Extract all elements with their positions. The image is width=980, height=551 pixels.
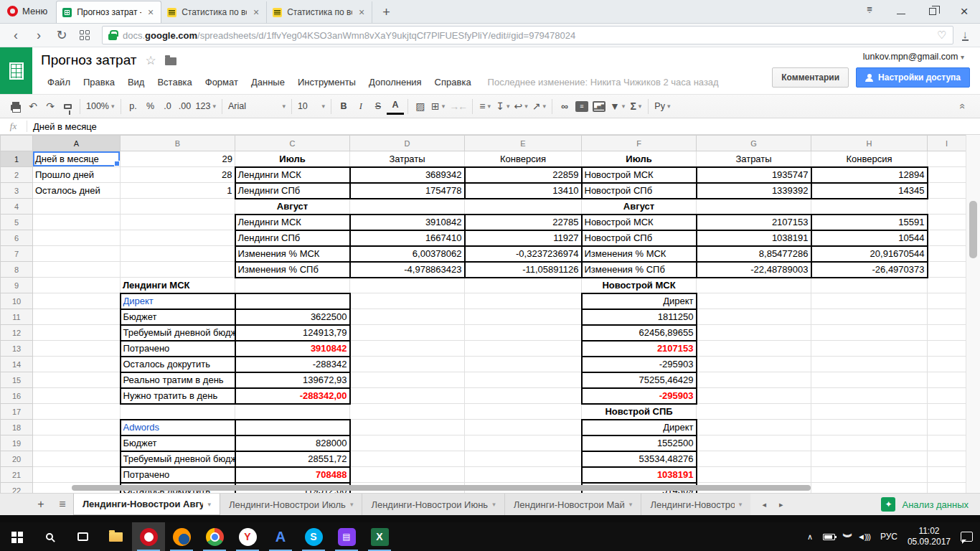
cell-C17[interactable] bbox=[235, 404, 350, 420]
cell-G5[interactable]: 2107153 bbox=[697, 215, 811, 230]
speed-dial-button[interactable] bbox=[75, 26, 95, 44]
cell-B20[interactable]: Требуемый дневной бюдж bbox=[121, 451, 235, 467]
cell-G19[interactable] bbox=[697, 435, 811, 451]
cell-H9[interactable] bbox=[811, 278, 928, 293]
cell-C1[interactable]: Июль bbox=[235, 151, 350, 167]
cell-B3[interactable]: 1 bbox=[121, 183, 235, 199]
formula-input[interactable]: Дней в месяце bbox=[27, 121, 103, 132]
cell-G11[interactable] bbox=[697, 309, 811, 325]
sheet-tab-menu-icon[interactable]: ▾ bbox=[739, 501, 743, 508]
taskbar-clock[interactable]: 11:02 05.09.2017 bbox=[908, 526, 951, 547]
merge-cells-button[interactable]: →← bbox=[447, 98, 468, 115]
cell-I14[interactable] bbox=[928, 357, 966, 372]
cell-E6[interactable]: 11927 bbox=[465, 230, 582, 246]
cell-C2[interactable]: Лендинги МСК bbox=[235, 167, 350, 183]
cell-D4[interactable] bbox=[350, 199, 465, 215]
font-size-select[interactable]: 10▾ bbox=[296, 98, 327, 115]
row-header-22[interactable]: 22 bbox=[1, 483, 33, 494]
cell-A21[interactable] bbox=[33, 467, 121, 483]
cell-B9[interactable]: Лендинги МСК bbox=[121, 278, 235, 293]
cell-I6[interactable] bbox=[928, 230, 966, 246]
sheet-tab-menu-icon[interactable]: ▾ bbox=[350, 501, 354, 508]
cell-H18[interactable] bbox=[811, 420, 928, 435]
cell-A5[interactable] bbox=[33, 215, 121, 230]
col-header-C[interactable]: C bbox=[235, 136, 350, 151]
cell-F3[interactable]: Новострой СПб bbox=[582, 183, 697, 199]
increase-decimals-button[interactable]: .00 bbox=[176, 98, 194, 115]
cell-E11[interactable] bbox=[465, 309, 582, 325]
cell-I17[interactable] bbox=[928, 404, 966, 420]
cell-I7[interactable] bbox=[928, 246, 966, 262]
col-header-A[interactable]: A bbox=[33, 136, 121, 151]
tab-close-icon[interactable]: × bbox=[252, 6, 260, 18]
cell-C16[interactable]: -288342,00 bbox=[235, 388, 350, 404]
row-header-21[interactable]: 21 bbox=[1, 467, 33, 483]
cell-E20[interactable] bbox=[465, 451, 582, 467]
menu-item-1[interactable]: Правка bbox=[77, 75, 121, 90]
cell-I22[interactable] bbox=[928, 483, 966, 494]
cell-E12[interactable] bbox=[465, 325, 582, 341]
text-wrap-button[interactable]: ↩▾ bbox=[512, 98, 529, 115]
row-header-13[interactable]: 13 bbox=[1, 341, 33, 357]
cell-D3[interactable]: 1754778 bbox=[350, 183, 465, 199]
taskbar-app-opera[interactable] bbox=[132, 522, 165, 551]
cell-H14[interactable] bbox=[811, 357, 928, 372]
cell-C5[interactable]: Лендинги МСК bbox=[235, 215, 350, 230]
borders-button[interactable]: ⊞▾ bbox=[429, 98, 447, 115]
cell-D9[interactable] bbox=[350, 278, 465, 293]
cell-G10[interactable] bbox=[697, 293, 811, 309]
cell-E7[interactable]: -0,3237236974 bbox=[465, 246, 582, 262]
currency-format-button[interactable]: р. bbox=[125, 98, 142, 115]
cell-I2[interactable] bbox=[928, 167, 966, 183]
cell-A2[interactable]: Прошло дней bbox=[33, 167, 121, 183]
row-header-12[interactable]: 12 bbox=[1, 325, 33, 341]
cell-I3[interactable] bbox=[928, 183, 966, 199]
cell-H1[interactable]: Конверсия bbox=[811, 151, 928, 167]
cell-I15[interactable] bbox=[928, 372, 966, 388]
forward-button[interactable]: › bbox=[29, 26, 49, 44]
row-header-7[interactable]: 7 bbox=[1, 246, 33, 262]
cell-C15[interactable]: 139672,93 bbox=[235, 372, 350, 388]
cell-D1[interactable]: Затраты bbox=[350, 151, 465, 167]
cell-A17[interactable] bbox=[33, 404, 121, 420]
taskbar-app-chrome[interactable] bbox=[198, 522, 231, 551]
insert-link-button[interactable]: ∞ bbox=[556, 98, 573, 115]
menu-item-4[interactable]: Формат bbox=[199, 75, 245, 90]
cell-E1[interactable]: Конверсия bbox=[465, 151, 582, 167]
cell-E16[interactable] bbox=[465, 388, 582, 404]
cell-G17[interactable] bbox=[697, 404, 811, 420]
cell-B4[interactable] bbox=[121, 199, 235, 215]
menu-item-6[interactable]: Инструменты bbox=[291, 75, 362, 90]
cell-H2[interactable]: 12894 bbox=[811, 167, 928, 183]
cell-H21[interactable] bbox=[811, 467, 928, 483]
cell-F17[interactable]: Новстрой СПБ bbox=[582, 404, 697, 420]
browser-tab-2[interactable]: Статистика по всем камп× bbox=[267, 1, 372, 23]
reload-button[interactable]: ↻ bbox=[52, 26, 72, 44]
browser-tab-1[interactable]: Статистика по всем камп× bbox=[161, 1, 267, 23]
paint-format-button[interactable] bbox=[59, 98, 76, 115]
horizontal-scrollbar-thumb[interactable] bbox=[72, 485, 811, 491]
cell-F13[interactable]: 2107153 bbox=[582, 341, 697, 357]
cell-E4[interactable] bbox=[465, 199, 582, 215]
row-header-15[interactable]: 15 bbox=[1, 372, 33, 388]
cell-H3[interactable]: 14345 bbox=[811, 183, 928, 199]
cell-A9[interactable] bbox=[33, 278, 121, 293]
cell-A14[interactable] bbox=[33, 357, 121, 372]
print-button[interactable] bbox=[7, 98, 24, 115]
back-button[interactable]: ‹ bbox=[6, 26, 26, 44]
cell-A7[interactable] bbox=[33, 246, 121, 262]
cell-A20[interactable] bbox=[33, 451, 121, 467]
filter-button[interactable]: ▼▾ bbox=[608, 98, 627, 115]
row-header-16[interactable]: 16 bbox=[1, 388, 33, 404]
cell-B10[interactable]: Директ bbox=[121, 293, 235, 309]
file-explorer-button[interactable] bbox=[99, 522, 132, 551]
cell-D13[interactable] bbox=[350, 341, 465, 357]
cell-A4[interactable] bbox=[33, 199, 121, 215]
vertical-align-button[interactable]: ↧▾ bbox=[494, 98, 512, 115]
sheet-tab-1[interactable]: Лендинги-Новострои Июль▾ bbox=[220, 494, 362, 515]
cell-C10[interactable] bbox=[235, 293, 350, 309]
cell-G6[interactable]: 1038191 bbox=[697, 230, 811, 246]
row-header-17[interactable]: 17 bbox=[1, 404, 33, 420]
cell-F12[interactable]: 62456,89655 bbox=[582, 325, 697, 341]
cell-A10[interactable] bbox=[33, 293, 121, 309]
